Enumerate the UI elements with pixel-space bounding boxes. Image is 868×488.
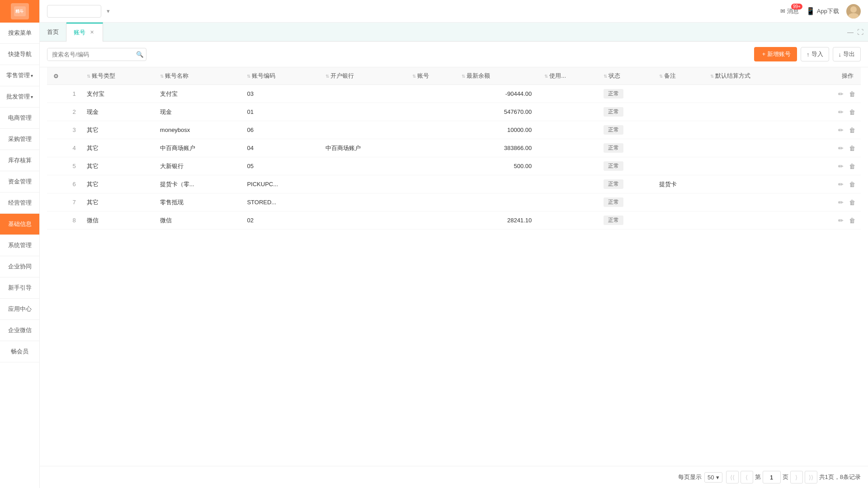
per-page-value: 50 (708, 474, 714, 481)
row-type: 其它 (83, 193, 156, 211)
topbar-app-download-btn[interactable]: 📱 App下载 (806, 7, 839, 15)
row-balance: -90444.00 (458, 85, 541, 103)
col-type[interactable]: ⇅账号类型 (83, 67, 156, 85)
row-status: 正常 (600, 103, 656, 121)
delete-button[interactable]: 🗑 (847, 108, 857, 117)
sidebar-item-inventory[interactable]: 库存核算 (0, 150, 39, 171)
edit-button[interactable]: ✏ (836, 198, 845, 207)
page-first-btn[interactable]: ⟨⟨ (726, 471, 739, 483)
svg-point-3 (848, 13, 859, 19)
topbar-message-btn[interactable]: ✉ 消息 99+ (780, 7, 799, 15)
delete-button[interactable]: 🗑 (847, 216, 857, 225)
col-account[interactable]: ⇅账号 (409, 67, 458, 85)
edit-button[interactable]: ✏ (836, 144, 845, 153)
sidebar-item-retail-mgmt[interactable]: 零售管理 ▾ (0, 65, 39, 86)
sidebar-item-enterprise-agree[interactable]: 企业协同 (0, 256, 39, 277)
row-gear (47, 193, 65, 211)
row-bank (322, 121, 409, 139)
tab-home-label: 首页 (47, 28, 59, 36)
delete-button[interactable]: 🗑 (847, 180, 857, 189)
sidebar-item-search-menu[interactable]: 搜索菜单 (0, 23, 39, 44)
sidebar-item-basic-info[interactable]: 基础信息 (0, 214, 39, 235)
col-status[interactable]: ⇅状态 (600, 67, 656, 85)
sidebar: 精斗 搜索菜单 快捷导航 零售管理 ▾ 批发管理 ▾ 电商管理 采购管理 (0, 0, 40, 488)
maximize-icon[interactable]: ⛶ (857, 28, 863, 36)
topbar-search-input[interactable] (47, 5, 101, 18)
page-next-btn[interactable]: ⟩ (790, 471, 803, 483)
add-account-button[interactable]: + 新增账号 (754, 47, 797, 61)
edit-button[interactable]: ✏ (836, 162, 845, 171)
sidebar-item-app-center[interactable]: 应用中心 (0, 299, 39, 320)
edit-button[interactable]: ✏ (836, 216, 845, 225)
row-usage (541, 85, 600, 103)
sidebar-item-purchase-mgmt[interactable]: 采购管理 (0, 129, 39, 150)
per-page-select[interactable]: 50 ▾ (704, 472, 722, 483)
row-index: 2 (65, 103, 83, 121)
sidebar-item-ops-mgmt[interactable]: 经营管理 (0, 192, 39, 214)
edit-button[interactable]: ✏ (836, 108, 845, 117)
row-status: 正常 (600, 139, 656, 157)
row-index: 1 (65, 85, 83, 103)
user-avatar[interactable] (846, 4, 861, 19)
search-button[interactable]: 🔍 (132, 48, 146, 61)
page-last-btn[interactable]: ⟩⟩ (805, 471, 817, 483)
row-index: 3 (65, 121, 83, 139)
row-gear (47, 121, 65, 139)
tab-account-close[interactable]: ✕ (88, 29, 95, 36)
edit-button[interactable]: ✏ (836, 180, 845, 189)
delete-button[interactable]: 🗑 (847, 198, 857, 207)
row-note (656, 211, 707, 230)
topbar: ▾ ✉ 消息 99+ 📱 App下载 (40, 0, 868, 23)
col-name[interactable]: ⇅账号名称 (156, 67, 244, 85)
page-number-input[interactable] (763, 471, 781, 483)
tab-account[interactable]: 账号 ✕ (66, 23, 103, 42)
row-usage (541, 193, 600, 211)
edit-button[interactable]: ✏ (836, 89, 845, 99)
topbar-search-dropdown-icon[interactable]: ▾ (107, 8, 110, 14)
delete-button[interactable]: 🗑 (847, 162, 857, 171)
table-row: 8 微信 微信 02 28241.10 正常 ✏ 🗑 (47, 211, 861, 230)
minimize-icon[interactable]: — (847, 28, 854, 36)
import-icon: ↑ (807, 51, 810, 58)
topbar-left: ▾ (47, 5, 110, 18)
sidebar-item-ecommerce-mgmt[interactable]: 电商管理 (0, 108, 39, 129)
row-account (409, 157, 458, 175)
row-type: 现金 (83, 103, 156, 121)
row-name: 中百商场账户 (156, 139, 244, 157)
account-search-input[interactable] (47, 48, 132, 61)
col-note[interactable]: ⇅备注 (656, 67, 707, 85)
sidebar-item-new-guide[interactable]: 新手引导 (0, 277, 39, 299)
delete-button[interactable]: 🗑 (847, 144, 857, 153)
delete-button[interactable]: 🗑 (847, 89, 857, 99)
sidebar-item-system-mgmt[interactable]: 系统管理 (0, 235, 39, 256)
col-usage[interactable]: ⇅使用... (541, 67, 600, 85)
logo-icon: 精斗 (11, 3, 29, 19)
row-note (656, 85, 707, 103)
row-actions: ✏ 🗑 (804, 193, 861, 211)
sidebar-item-capital-mgmt[interactable]: 资金管理 (0, 171, 39, 192)
col-code[interactable]: ⇅账号编码 (243, 67, 321, 85)
col-balance[interactable]: ⇅最新余额 (458, 67, 541, 85)
col-gear[interactable]: ⚙ (47, 67, 65, 85)
sidebar-item-quick-nav[interactable]: 快捷导航 (0, 44, 39, 65)
row-balance (458, 193, 541, 211)
sidebar-item-wholesale-mgmt[interactable]: 批发管理 ▾ (0, 86, 39, 108)
import-button[interactable]: ↑ 导入 (801, 47, 829, 61)
row-name: 提货卡（零... (156, 175, 244, 193)
col-default-settle[interactable]: ⇅默认结算方式 (707, 67, 804, 85)
edit-button[interactable]: ✏ (836, 126, 845, 135)
page-prev-btn[interactable]: ⟨ (741, 471, 753, 483)
sidebar-item-enterprise-wechat[interactable]: 企业微信 (0, 320, 39, 341)
row-code: 05 (243, 157, 321, 175)
svg-point-2 (850, 6, 857, 13)
tab-home[interactable]: 首页 (40, 23, 66, 42)
col-bank[interactable]: ⇅开户银行 (322, 67, 409, 85)
row-status: 正常 (600, 85, 656, 103)
message-icon: ✉ (780, 8, 785, 14)
delete-button[interactable]: 🗑 (847, 126, 857, 135)
row-default-settle (707, 175, 804, 193)
export-button[interactable]: ↓ 导出 (833, 47, 861, 61)
table-row: 4 其它 中百商场账户 04 中百商场账户 383866.00 正常 ✏ 🗑 (47, 139, 861, 157)
row-status: 正常 (600, 211, 656, 230)
sidebar-item-vip-member[interactable]: 畅会员 (0, 341, 39, 362)
